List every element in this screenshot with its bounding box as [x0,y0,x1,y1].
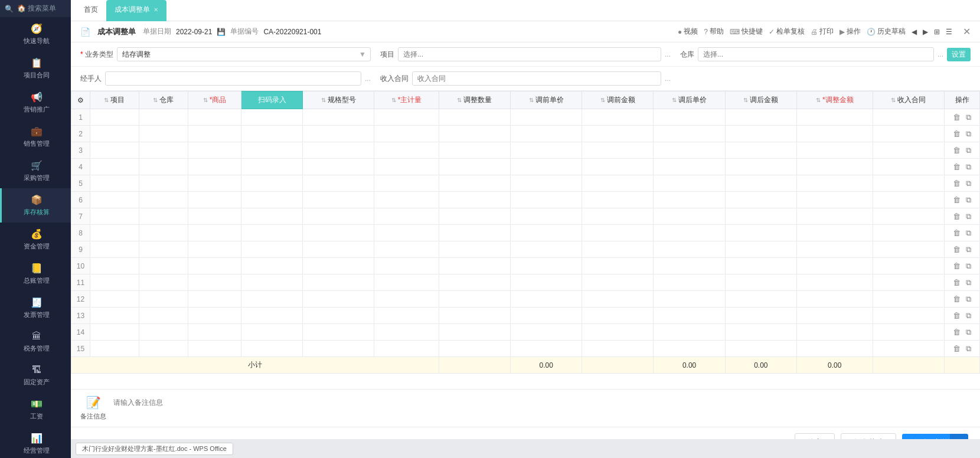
cell-before-amount-14[interactable] [582,324,654,341]
cell-adj-amount-5[interactable] [796,175,873,192]
settings-btn[interactable]: 设置 [947,48,971,61]
cell-adj-qty-8[interactable] [439,225,510,241]
cell-unit-13[interactable] [374,307,439,324]
cell-after-amount-9[interactable] [725,241,796,258]
cell-project-13[interactable] [90,307,139,324]
cell-after-price-2[interactable] [654,126,725,142]
copy-row-2[interactable]: ⧉ [964,129,973,139]
cell-after-amount-7[interactable] [725,208,796,225]
sidebar-item-capital-mgmt[interactable]: 💰资金管理 [0,223,71,257]
gear-col-header[interactable]: ⚙ [71,91,90,109]
cell-before-price-11[interactable] [511,274,582,291]
cell-goods-4[interactable] [188,159,241,175]
cell-spec-8[interactable] [303,225,374,241]
cell-before-amount-15[interactable] [582,341,654,357]
cell-unit-6[interactable] [374,192,439,208]
cell-after-price-4[interactable] [654,159,725,175]
help-btn[interactable]: ? 帮助 [704,27,724,37]
cell-project-9[interactable] [90,241,139,258]
cell-goods-12[interactable] [188,291,241,307]
cell-unit-12[interactable] [374,291,439,307]
handler-dots[interactable]: ... [365,74,371,83]
cell-before-amount-13[interactable] [582,307,654,324]
copy-row-1[interactable]: ⧉ [964,112,973,123]
cell-spec-14[interactable] [303,324,374,341]
cell-after-price-6[interactable] [654,192,725,208]
taskbar-item[interactable]: 木门行业好业财处理方案-墨红红.doc - WPS Office [76,443,233,455]
cell-after-amount-8[interactable] [725,225,796,241]
cell-income-contract-9[interactable] [873,241,944,258]
cell-warehouse-1[interactable] [139,109,188,126]
cell-adj-qty-11[interactable] [439,274,510,291]
cell-unit-15[interactable] [374,341,439,357]
sidebar-item-ledger-mgmt[interactable]: 📒总账管理 [0,257,71,291]
cell-warehouse-11[interactable] [139,274,188,291]
cell-warehouse-13[interactable] [139,307,188,324]
delete-row-6[interactable]: 🗑 [951,195,962,205]
cell-adj-amount-13[interactable] [796,307,873,324]
cell-after-price-10[interactable] [654,258,725,274]
cell-adj-amount-6[interactable] [796,192,873,208]
cell-project-7[interactable] [90,208,139,225]
copy-row-12[interactable]: ⧉ [964,294,973,305]
cell-adj-qty-10[interactable] [439,258,510,274]
copy-row-7[interactable]: ⧉ [964,211,973,222]
cell-goods-8[interactable] [188,225,241,241]
cell-after-amount-1[interactable] [725,109,796,126]
cell-before-amount-12[interactable] [582,291,654,307]
cell-income-contract-10[interactable] [873,258,944,274]
sidebar-item-purchase-mgmt[interactable]: 🛒采购管理 [0,154,71,188]
cell-after-amount-2[interactable] [725,126,796,142]
cell-spec-15[interactable] [303,341,374,357]
cell-before-price-10[interactable] [511,258,582,274]
cell-adj-amount-3[interactable] [796,142,873,159]
cell-after-amount-12[interactable] [725,291,796,307]
delete-row-14[interactable]: 🗑 [951,327,962,337]
cell-scan-8[interactable] [241,225,303,241]
cell-adj-qty-14[interactable] [439,324,510,341]
cell-income-contract-6[interactable] [873,192,944,208]
tab-close-cost-adjust[interactable]: ✕ [153,6,158,13]
cell-scan-14[interactable] [241,324,303,341]
delete-row-2[interactable]: 🗑 [951,129,962,139]
cell-warehouse-12[interactable] [139,291,188,307]
copy-row-6[interactable]: ⧉ [964,195,973,205]
cell-adj-qty-3[interactable] [439,142,510,159]
cell-after-price-1[interactable] [654,109,725,126]
cell-adj-amount-9[interactable] [796,241,873,258]
copy-row-5[interactable]: ⧉ [964,178,973,189]
cell-warehouse-9[interactable] [139,241,188,258]
cell-project-8[interactable] [90,225,139,241]
cell-income-contract-4[interactable] [873,159,944,175]
cell-after-amount-3[interactable] [725,142,796,159]
cell-after-price-15[interactable] [654,341,725,357]
cell-spec-7[interactable] [303,208,374,225]
layout1-btn[interactable]: ⊞ [934,28,940,36]
copy-row-11[interactable]: ⧉ [964,277,973,288]
cell-before-price-13[interactable] [511,307,582,324]
cell-project-3[interactable] [90,142,139,159]
cell-before-amount-7[interactable] [582,208,654,225]
cell-spec-5[interactable] [303,175,374,192]
cell-spec-9[interactable] [303,241,374,258]
cell-goods-15[interactable] [188,341,241,357]
cell-goods-7[interactable] [188,208,241,225]
cell-adj-qty-7[interactable] [439,208,510,225]
view-btn[interactable]: ● 视频 [678,27,698,37]
cell-before-price-9[interactable] [511,241,582,258]
cell-scan-13[interactable] [241,307,303,324]
cell-warehouse-3[interactable] [139,142,188,159]
cell-before-price-2[interactable] [511,126,582,142]
cell-adj-qty-1[interactable] [439,109,510,126]
cell-after-price-7[interactable] [654,208,725,225]
cell-before-amount-1[interactable] [582,109,654,126]
project-dots[interactable]: ... [665,50,671,58]
cell-spec-2[interactable] [303,126,374,142]
review-btn[interactable]: ✓ 检单复核 [769,27,805,37]
sidebar-item-tax-mgmt[interactable]: 🏛税务管理 [0,325,71,359]
cell-unit-14[interactable] [374,324,439,341]
cell-income-contract-1[interactable] [873,109,944,126]
cell-scan-2[interactable] [241,126,303,142]
cell-goods-11[interactable] [188,274,241,291]
cell-adj-qty-2[interactable] [439,126,510,142]
